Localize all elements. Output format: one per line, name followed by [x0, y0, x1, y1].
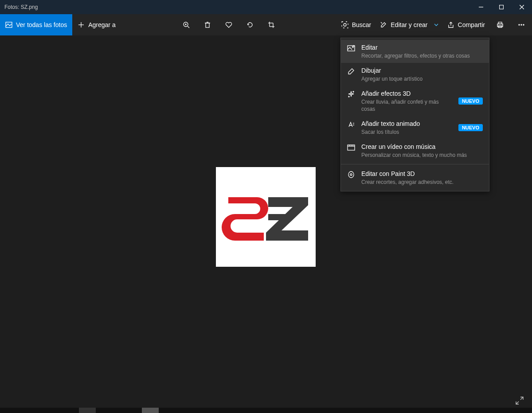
svg-point-31: [353, 91, 354, 92]
video-icon: [347, 144, 355, 152]
edit-create-button[interactable]: Editar y crear: [376, 21, 442, 28]
dropdown-item-edit[interactable]: Editar Recortar, agregar filtros, efecto…: [341, 40, 489, 63]
search-label: Buscar: [352, 21, 372, 28]
dropdown-item-video-music[interactable]: Crear un vídeo con música Personalizar c…: [341, 139, 489, 162]
svg-line-20: [381, 22, 382, 23]
titlebar: Fotos: SZ.png: [0, 0, 532, 14]
pen-icon: [347, 67, 355, 75]
dd-sub: Personalizar con música, texto y mucho m…: [361, 152, 483, 159]
delete-button[interactable]: [197, 14, 218, 35]
dropdown-item-3d-effects[interactable]: Añadir efectos 3D Crear lluvia, añadir c…: [341, 86, 489, 116]
add-to-label: Agregar a: [88, 21, 115, 28]
text-icon: [347, 121, 355, 129]
sz-logo: [222, 188, 310, 246]
dd-sub: Agregar un toque artístico: [361, 75, 483, 82]
window-title: Fotos: SZ.png: [0, 4, 38, 10]
svg-rect-11: [206, 23, 209, 27]
paint3d-icon: [347, 171, 355, 179]
edit-icon: [380, 21, 387, 28]
dropdown-item-animated-text[interactable]: Añadir texto animado Sacar los títulos N…: [341, 116, 489, 139]
add-to-button[interactable]: Agregar a: [72, 14, 121, 35]
rotate-button[interactable]: [239, 14, 261, 35]
svg-rect-1: [500, 5, 504, 9]
toolbar-center: [176, 14, 282, 35]
dd-title: Añadir texto animado: [361, 120, 452, 128]
taskbar: [0, 408, 532, 413]
dd-sub: Sacar los títulos: [361, 129, 452, 136]
toolbar: Ver todas las fotos Agregar a Buscar Edi…: [0, 14, 532, 35]
dropdown-item-paint3d[interactable]: Editar con Paint 3D Crear recortes, agre…: [341, 166, 489, 189]
dd-sub: Crear lluvia, añadir confeti y más cosas: [361, 98, 452, 113]
dd-sub: Crear recortes, agregar adhesivos, etc.: [361, 179, 483, 186]
svg-line-41: [520, 397, 523, 400]
fullscreen-button[interactable]: [514, 395, 525, 406]
displayed-image: [216, 167, 316, 267]
dd-title: Crear un vídeo con música: [361, 143, 483, 151]
chevron-down-icon: [434, 21, 438, 28]
taskbar-item[interactable]: [142, 408, 159, 413]
dropdown-item-draw[interactable]: Dibujar Agregar un toque artístico: [341, 63, 489, 86]
print-button[interactable]: [489, 14, 511, 35]
search-button[interactable]: Buscar: [337, 21, 376, 28]
svg-point-27: [523, 24, 524, 25]
svg-line-8: [188, 26, 189, 28]
share-button[interactable]: Compartir: [443, 21, 489, 28]
photo-icon: [5, 21, 12, 28]
view-all-label: Ver todas las fotos: [16, 21, 67, 28]
zoom-button[interactable]: [176, 14, 197, 35]
plus-icon: [78, 21, 85, 28]
favorite-button[interactable]: [218, 14, 239, 35]
svg-point-29: [352, 47, 354, 48]
view-all-photos-button[interactable]: Ver todas las fotos: [0, 14, 72, 35]
edit-photo-icon: [347, 44, 355, 52]
svg-point-26: [521, 24, 522, 25]
minimize-button[interactable]: [471, 0, 491, 14]
new-badge: NUEVO: [458, 97, 483, 105]
dd-title: Añadir efectos 3D: [361, 90, 452, 97]
share-icon: [447, 21, 454, 28]
svg-point-19: [344, 23, 346, 26]
dd-title: Editar: [361, 43, 483, 51]
more-button[interactable]: [511, 14, 532, 35]
dropdown-separator: [341, 164, 489, 164]
svg-point-32: [348, 96, 349, 97]
sparkle-icon: [347, 90, 355, 98]
svg-point-40: [350, 174, 352, 175]
svg-point-25: [519, 24, 520, 25]
edit-create-dropdown: Editar Recortar, agregar filtros, efecto…: [340, 38, 489, 191]
taskbar-item[interactable]: [79, 408, 96, 413]
toolbar-right: Buscar Editar y crear Compartir: [337, 14, 532, 35]
visual-search-icon: [341, 21, 348, 28]
crop-button[interactable]: [261, 14, 282, 35]
share-label: Compartir: [458, 21, 485, 28]
edit-create-label: Editar y crear: [391, 21, 427, 28]
window-controls: [471, 0, 532, 14]
svg-line-42: [516, 401, 519, 404]
new-badge: NUEVO: [458, 124, 483, 131]
dd-title: Dibujar: [361, 66, 483, 74]
dd-sub: Recortar, agregar filtros, efectos y otr…: [361, 52, 483, 59]
dd-title: Editar con Paint 3D: [361, 170, 483, 178]
maximize-button[interactable]: [491, 0, 512, 14]
svg-rect-18: [342, 22, 348, 28]
close-button[interactable]: [512, 0, 532, 14]
